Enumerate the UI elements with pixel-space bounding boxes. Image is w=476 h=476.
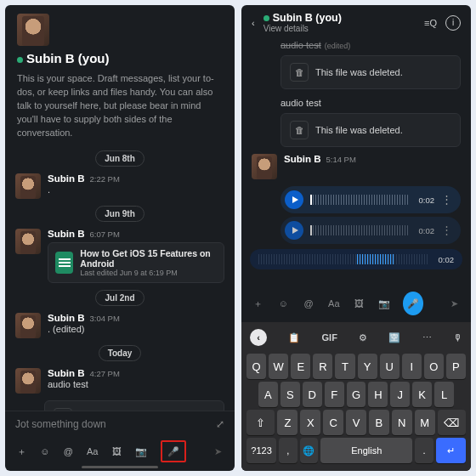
waveform[interactable] [310, 225, 409, 235]
emoji-icon[interactable]: ☺ [277, 296, 291, 311]
file-title: How to Get iOS 15 Features on Android [80, 248, 217, 269]
key-symbols[interactable]: ?123 [246, 438, 276, 463]
channel-header: Subin B (you) [5, 5, 235, 71]
key-shift[interactable]: ⇧ [246, 410, 275, 435]
keyboard-row: A S D F G H J K L [246, 382, 466, 407]
info-icon[interactable]: i [445, 15, 461, 31]
more-icon[interactable]: ⋯ [422, 332, 432, 343]
clipboard-icon[interactable]: 📋 [288, 332, 300, 343]
translate-icon[interactable]: 🈳 [388, 332, 400, 343]
image-icon[interactable]: 🖼 [111, 444, 121, 459]
key-language[interactable]: 🌐 [300, 438, 319, 463]
image-icon[interactable]: 🖼 [353, 296, 366, 311]
avatar [15, 313, 41, 338]
key-p[interactable]: P [446, 354, 466, 379]
date-divider[interactable]: Jun 9th [5, 206, 235, 222]
format-icon[interactable]: Aa [327, 296, 341, 311]
message-body: . [48, 184, 120, 195]
date-divider[interactable]: Jul 2nd [5, 290, 235, 306]
key-g[interactable]: G [347, 382, 366, 407]
key-z[interactable]: Z [277, 410, 298, 435]
message[interactable]: Subin B2:22 PM . [5, 170, 235, 202]
key-enter[interactable]: ↵ [436, 438, 466, 463]
more-icon[interactable]: ⋮ [441, 196, 452, 203]
mic-button-highlighted[interactable]: 🎤 [161, 440, 186, 462]
key-s[interactable]: S [280, 382, 300, 407]
audio-message[interactable]: 0:02 ⋮ [280, 217, 461, 244]
message[interactable]: Subin B6:07 PM How to Get iOS 15 Feature… [5, 225, 235, 286]
key-x[interactable]: X [300, 410, 320, 435]
plus-icon[interactable]: ＋ [252, 296, 265, 311]
key-i[interactable]: I [402, 354, 422, 379]
more-icon[interactable]: ⋮ [441, 227, 452, 234]
key-q[interactable]: Q [246, 354, 266, 379]
gif-button[interactable]: GIF [322, 332, 337, 343]
play-icon[interactable] [285, 190, 303, 209]
audio-duration: 0:02 [416, 226, 434, 235]
key-o[interactable]: O [424, 354, 444, 379]
camera-icon[interactable]: 📷 [135, 444, 147, 459]
key-period[interactable]: . [415, 438, 434, 463]
message-composer[interactable]: Jot something down ⤢ [5, 411, 235, 434]
message-list[interactable]: audio test(edited) 🗑 This file was delet… [241, 38, 471, 286]
composer-toolbar: ＋ ☺ @ Aa 🖼 📷 🎤 ➤ [241, 286, 471, 322]
mention-icon[interactable]: @ [64, 444, 73, 459]
avatar [15, 368, 41, 394]
key-space[interactable]: English [320, 438, 412, 463]
mention-icon[interactable]: @ [302, 296, 315, 311]
subtitle[interactable]: View details [264, 24, 416, 33]
key-l[interactable]: L [434, 382, 454, 407]
timestamp: 6:07 PM [89, 230, 119, 239]
mic-icon[interactable]: 🎙 [453, 332, 462, 343]
keyboard-row: ?123 , 🌐 English . ↵ [246, 438, 466, 463]
keyboard-collapse-icon[interactable]: ‹ [250, 329, 267, 346]
avatar [15, 229, 41, 254]
key-k[interactable]: K [412, 382, 432, 407]
key-n[interactable]: N [392, 410, 412, 435]
key-f[interactable]: F [325, 382, 344, 407]
key-y[interactable]: Y [358, 354, 377, 379]
key-b[interactable]: B [369, 410, 389, 435]
key-backspace[interactable]: ⌫ [438, 410, 466, 435]
key-e[interactable]: E [291, 354, 310, 379]
filter-icon[interactable]: ≡Q [424, 18, 437, 28]
date-divider[interactable]: Jun 8th [5, 150, 235, 167]
key-d[interactable]: D [303, 382, 322, 407]
format-icon[interactable]: Aa [87, 444, 98, 459]
message[interactable]: Subin B5:14 PM [241, 150, 471, 183]
camera-icon[interactable]: 📷 [377, 296, 391, 311]
send-icon[interactable]: ➤ [213, 444, 223, 459]
key-j[interactable]: J [390, 382, 410, 407]
key-a[interactable]: A [258, 382, 278, 407]
key-h[interactable]: H [368, 382, 388, 407]
recording-bar[interactable]: 0:02 [250, 249, 462, 269]
message[interactable]: Subin B4:27 PM audio test [5, 365, 235, 397]
message[interactable]: Subin B3:04 PM . (edited) [5, 309, 235, 342]
key-v[interactable]: V [346, 410, 366, 435]
file-attachment[interactable]: How to Get iOS 15 Features on Android La… [48, 242, 224, 283]
mic-recording-button[interactable]: 🎤 [403, 292, 423, 315]
waveform[interactable] [310, 195, 409, 205]
expand-icon[interactable]: ⤢ [216, 418, 224, 430]
key-u[interactable]: U [380, 354, 400, 379]
key-r[interactable]: R [313, 354, 332, 379]
back-icon[interactable]: ‹ [252, 18, 255, 28]
key-c[interactable]: C [323, 410, 343, 435]
key-comma[interactable]: , [279, 438, 298, 463]
emoji-icon[interactable]: ☺ [40, 444, 49, 459]
key-t[interactable]: T [335, 354, 354, 379]
audio-message[interactable]: 0:02 ⋮ [280, 186, 461, 213]
sender-name: Subin B [48, 173, 84, 184]
avatar [15, 173, 41, 199]
message-list[interactable]: Jun 8th Subin B2:22 PM . Jun 9th Subin B… [5, 147, 235, 411]
key-w[interactable]: W [269, 354, 288, 379]
send-icon[interactable]: ➤ [447, 296, 461, 311]
deleted-file-notice: 🗑 This file was deleted. [280, 55, 461, 89]
audio-duration: 0:02 [416, 196, 434, 205]
settings-icon[interactable]: ⚙ [359, 332, 367, 343]
plus-icon[interactable]: ＋ [17, 444, 26, 459]
play-icon[interactable] [285, 221, 303, 240]
sender-name: Subin B [48, 229, 84, 239]
key-m[interactable]: M [415, 410, 435, 435]
date-divider[interactable]: Today [5, 345, 235, 361]
